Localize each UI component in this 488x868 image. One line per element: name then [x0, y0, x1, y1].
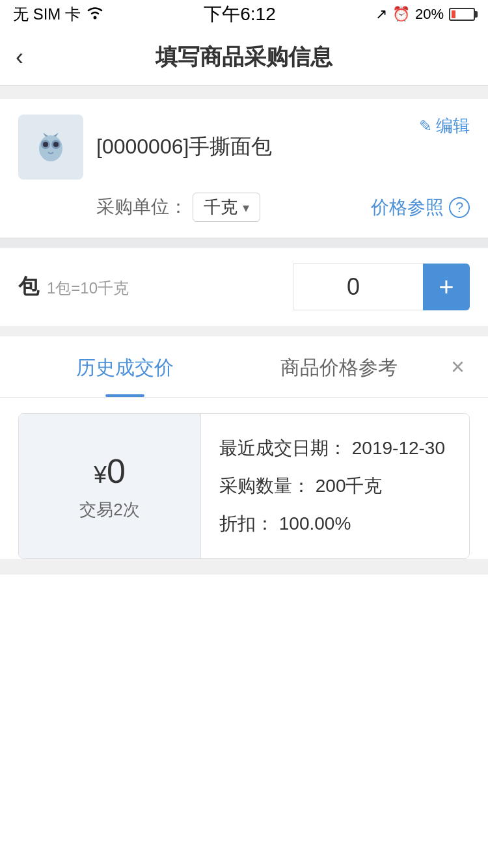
unit-label: 采购单位： [96, 197, 187, 217]
alarm-icon: ⏰ [392, 6, 410, 23]
quantity-plus-button[interactable]: + [423, 264, 470, 310]
discount-row: 折扣： 100.00% [219, 510, 451, 537]
location-icon: ↗ [375, 6, 387, 23]
unit-select[interactable]: 千克 ▾ [193, 193, 260, 222]
history-price-value: ¥0 [94, 452, 126, 491]
purchase-qty-row: 采购数量： 200千克 [219, 472, 451, 500]
price-reference-button[interactable]: 价格参照 ? [371, 195, 470, 220]
product-name: [0000006]手撕面包 [96, 133, 272, 161]
unit-label-wrap: 采购单位： 千克 ▾ [96, 193, 260, 222]
tab-close-button[interactable]: × [446, 353, 470, 381]
status-time: 下午6:12 [204, 2, 276, 27]
section-divider [0, 237, 488, 248]
product-card: [0000006]手撕面包 ✎ 编辑 采购单位： 千克 ▾ 价格参照 ? [0, 99, 488, 237]
tab-section: 历史成交价 商品价格参考 × ¥0 交易2次 最近成交日期： 2019-12-3… [0, 336, 488, 559]
product-left: [0000006]手撕面包 [18, 115, 272, 180]
tab-bar: 历史成交价 商品价格参考 × [0, 336, 488, 398]
recent-date-value: 2019-12-30 [352, 438, 445, 458]
status-right: ↗ ⏰ 20% [375, 6, 475, 23]
back-button[interactable]: ‹ [16, 44, 23, 71]
history-trades-count: 交易2次 [79, 498, 139, 521]
history-details: 最近成交日期： 2019-12-30 采购数量： 200千克 折扣： 100.0… [201, 414, 469, 558]
history-card: ¥0 交易2次 最近成交日期： 2019-12-30 采购数量： 200千克 折… [18, 413, 470, 559]
nav-bar: ‹ 填写商品采购信息 [0, 29, 488, 86]
page-title: 填写商品采购信息 [156, 42, 332, 72]
help-icon: ? [449, 197, 470, 218]
status-left: 无 SIM 卡 [13, 4, 104, 25]
main-content-area [0, 575, 488, 868]
svg-point-0 [94, 16, 97, 20]
history-price-left: ¥0 交易2次 [19, 414, 201, 558]
quantity-label-wrap: 包 1包=10千克 [18, 273, 129, 301]
chevron-down-icon: ▾ [243, 200, 249, 215]
product-unit-row: 采购单位： 千克 ▾ 价格参照 ? [18, 193, 470, 222]
battery-icon [449, 8, 475, 21]
unit-conversion-hint: 1包=10千克 [47, 278, 129, 299]
edit-button[interactable]: ✎ 编辑 [419, 115, 470, 137]
quantity-input[interactable] [293, 264, 423, 310]
quantity-row: 包 1包=10千克 + [0, 248, 488, 326]
wifi-icon [86, 5, 104, 23]
svg-point-4 [43, 142, 48, 147]
product-header: [0000006]手撕面包 ✎ 编辑 [18, 115, 470, 180]
svg-point-1 [39, 135, 62, 161]
product-thumbnail [18, 115, 83, 180]
svg-point-5 [53, 142, 59, 147]
tab-price-reference[interactable]: 商品价格参考 [232, 336, 445, 397]
quantity-input-wrap: + [293, 264, 470, 310]
quantity-unit-label: 包 [18, 273, 39, 301]
purchase-qty-value: 200千克 [316, 476, 383, 496]
carrier-label: 无 SIM 卡 [13, 4, 81, 25]
tab-history-price[interactable]: 历史成交价 [18, 336, 232, 397]
discount-value: 100.00% [279, 513, 351, 534]
battery-percent: 20% [415, 6, 444, 23]
status-bar: 无 SIM 卡 下午6:12 ↗ ⏰ 20% [0, 0, 488, 29]
recent-date-row: 最近成交日期： 2019-12-30 [219, 435, 451, 462]
edit-icon: ✎ [419, 117, 432, 135]
currency-symbol: ¥ [94, 461, 107, 488]
